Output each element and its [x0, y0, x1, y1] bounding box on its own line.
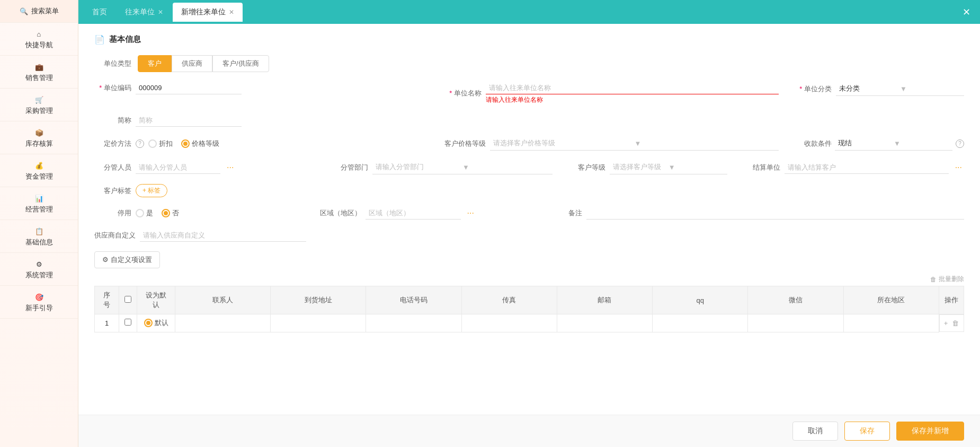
wechat-input[interactable]	[753, 319, 838, 327]
row-default-label: 默认	[155, 318, 168, 328]
department-label: 分管部门	[331, 163, 368, 172]
tab-partners-close[interactable]: ✕	[158, 9, 163, 15]
sidebar-item-inventory[interactable]: 📦 库存核算	[0, 121, 78, 154]
department-field: 分管部门 请输入分管部门 ▼	[331, 160, 552, 174]
sales-icon: 💼	[35, 63, 43, 71]
add-row-btn[interactable]: +	[944, 319, 948, 327]
customer-price-level-field: 客户价格等级 请选择客户价格等级 ▼	[444, 136, 779, 151]
row-disabled-region: 停用 是 否 区域（地区） ··· 备注	[94, 207, 964, 220]
sidebar-item-operations[interactable]: 📊 经营管理	[0, 187, 78, 220]
settlement-unit-input[interactable]	[785, 161, 949, 174]
unit-type-both[interactable]: 客户/供应商	[212, 55, 269, 72]
manager-field: 分管人员 ···	[94, 161, 315, 174]
fax-input[interactable]	[467, 319, 551, 327]
row-checkbox	[119, 314, 137, 332]
unit-name-input[interactable]	[486, 82, 779, 94]
guide-icon: 🎯	[35, 293, 43, 301]
cancel-button[interactable]: 取消	[792, 422, 838, 441]
pricing-radio-group: 折扣 价格等级	[148, 139, 219, 148]
row-default: 默认	[137, 314, 175, 332]
customer-price-level-select[interactable]: 请选择客户价格等级 ▼	[490, 136, 779, 151]
tab-new-partner[interactable]: 新增往来单位 ✕	[173, 3, 243, 22]
pricing-help-icon[interactable]: ?	[136, 139, 144, 148]
sidebar-label-search: 搜索菜单	[31, 6, 59, 16]
settlement-unit-field: 结算单位 ···	[743, 161, 964, 174]
table-row: 1 默认	[95, 314, 964, 332]
tab-new-partner-close[interactable]: ✕	[229, 9, 234, 15]
row-qq[interactable]	[653, 314, 748, 332]
row-shortname: 简称	[94, 114, 964, 127]
disabled-yes-dot	[136, 209, 144, 217]
row-address[interactable]	[271, 314, 366, 332]
pricing-level-radio[interactable]: 价格等级	[181, 139, 219, 148]
manager-input[interactable]	[136, 161, 220, 174]
sidebar-item-purchase[interactable]: 🛒 采购管理	[0, 89, 78, 121]
unit-category-select[interactable]: 未分类 ▼	[836, 82, 964, 96]
row-contact[interactable]	[175, 314, 270, 332]
row-select-checkbox[interactable]	[124, 319, 131, 326]
region-more-btn[interactable]: ···	[465, 208, 476, 218]
price-level-chevron: ▼	[635, 139, 776, 147]
unit-type-supplier[interactable]: 供应商	[172, 55, 212, 72]
col-seq: 序号	[95, 286, 119, 314]
address-input[interactable]	[276, 319, 360, 327]
remark-input[interactable]	[586, 207, 964, 220]
pricing-discount-radio[interactable]: 折扣	[148, 139, 173, 148]
col-checkbox	[119, 286, 137, 314]
col-wechat: 微信	[748, 286, 843, 314]
unit-type-customer[interactable]: 客户	[138, 55, 172, 72]
sidebar-item-guide[interactable]: 🎯 新手引导	[0, 286, 78, 319]
save-button[interactable]: 保存	[844, 422, 890, 441]
pricing-method-field: 定价方法 ? 折扣 价格等级	[94, 139, 429, 148]
email-input[interactable]	[563, 319, 647, 327]
inventory-icon: 📦	[35, 129, 43, 137]
short-name-input[interactable]	[136, 114, 242, 127]
tab-partners[interactable]: 往来单位 ✕	[117, 3, 172, 22]
contact-input[interactable]	[181, 319, 265, 327]
payment-terms-select[interactable]: 现结 ▼	[835, 136, 952, 151]
row-region-input[interactable]	[849, 319, 933, 327]
disabled-no-radio[interactable]: 否	[162, 208, 179, 218]
payment-terms-help-icon[interactable]: ?	[956, 139, 964, 148]
add-tag-button[interactable]: + 标签	[136, 184, 167, 197]
tab-home[interactable]: 首页	[84, 3, 115, 22]
region-input[interactable]	[366, 207, 461, 220]
disabled-radio-group: 是 否	[136, 208, 179, 218]
row-phone[interactable]	[366, 314, 461, 332]
purchase-icon: 🛒	[35, 96, 43, 104]
unit-code-input[interactable]	[136, 82, 242, 94]
disabled-yes-radio[interactable]: 是	[136, 208, 153, 218]
department-placeholder: 请输入分管部门	[376, 162, 462, 172]
customer-level-chevron: ▼	[669, 163, 724, 171]
manager-label: 分管人员	[94, 163, 131, 172]
window-close-button[interactable]: ✕	[958, 4, 975, 20]
sidebar-item-basic[interactable]: 📋 基础信息	[0, 220, 78, 253]
phone-input[interactable]	[371, 319, 456, 327]
row-region[interactable]	[843, 314, 939, 332]
sidebar-item-search[interactable]: 🔍 搜索菜单	[0, 0, 78, 23]
select-all-checkbox[interactable]	[124, 296, 131, 303]
supplier-custom-input[interactable]	[140, 229, 306, 242]
row-default-dot	[144, 319, 153, 327]
sidebar-item-finance[interactable]: 💰 资金管理	[0, 154, 78, 187]
row-default-radio[interactable]: 默认	[142, 318, 170, 328]
sidebar-item-sales[interactable]: 💼 销售管理	[0, 56, 78, 89]
settlement-more-btn[interactable]: ···	[953, 163, 964, 172]
sidebar-item-quicknav[interactable]: ⌂ 快捷导航	[0, 23, 78, 56]
row-wechat[interactable]	[748, 314, 843, 332]
customer-level-select[interactable]: 请选择客户等级 ▼	[610, 160, 727, 174]
row-email[interactable]	[557, 314, 652, 332]
customer-tag-field: 客户标签 + 标签	[94, 184, 964, 197]
department-select[interactable]: 请输入分管部门 ▼	[372, 160, 552, 174]
finance-icon: 💰	[35, 162, 43, 170]
row-fax[interactable]	[461, 314, 557, 332]
manager-more-btn[interactable]: ···	[225, 163, 236, 172]
delete-row-btn[interactable]: 🗑	[952, 319, 959, 327]
batch-delete-label[interactable]: 批量删除	[939, 275, 964, 284]
payment-terms-value: 现结	[838, 138, 894, 148]
qq-input[interactable]	[658, 319, 742, 327]
sidebar-label-operations: 经营管理	[25, 205, 53, 214]
custom-settings-button[interactable]: ⚙ 自定义项设置	[94, 251, 160, 268]
sidebar-item-system[interactable]: ⚙ 系统管理	[0, 253, 78, 286]
save-new-button[interactable]: 保存并新增	[896, 422, 964, 441]
